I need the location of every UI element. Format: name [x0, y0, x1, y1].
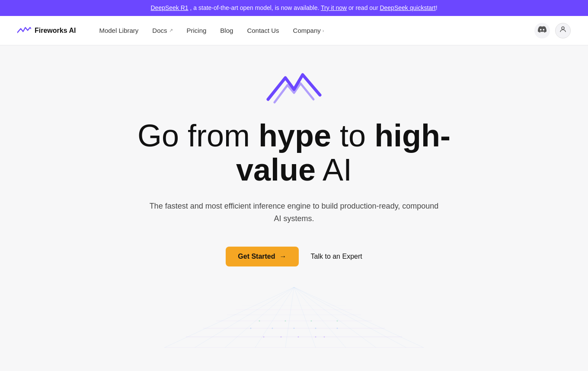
fireworks-logo-icon: [17, 26, 31, 35]
main-header: Fireworks AI Model Library Docs ↗ Pricin…: [0, 16, 588, 45]
external-link-icon: ↗: [169, 28, 173, 33]
nav-model-library-label: Model Library: [99, 27, 138, 34]
svg-point-30: [311, 320, 312, 322]
hero-title-part3: AI: [316, 152, 352, 187]
nav-pricing-label: Pricing: [187, 27, 207, 34]
hero-title-part1: Go from: [137, 118, 259, 153]
svg-line-12: [285, 287, 294, 348]
svg-line-16: [294, 287, 406, 348]
hero-title: Go from hype to high-value AI: [99, 119, 489, 187]
svg-point-20: [298, 336, 299, 338]
header-actions: [534, 23, 571, 38]
announcement-banner: DeepSeek R1 , a state-of-the-art open mo…: [0, 0, 588, 16]
nav-blog-label: Blog: [220, 27, 233, 34]
deepseek-r1-link[interactable]: DeepSeek R1: [150, 4, 188, 11]
talk-to-expert-button[interactable]: Talk to an Expert: [311, 253, 362, 260]
hero-title-bold1: hype: [259, 118, 331, 153]
hero-subtitle: The fastest and most efficient inference…: [147, 200, 441, 225]
nav-blog[interactable]: Blog: [214, 23, 239, 38]
svg-point-28: [259, 320, 260, 322]
logo-link[interactable]: Fireworks AI: [17, 26, 76, 35]
arrow-right-icon: →: [280, 253, 287, 260]
deepseek-quickstart-link[interactable]: DeepSeek quickstart: [380, 4, 435, 11]
svg-point-23: [250, 328, 252, 329]
nav-company-label: Company: [293, 27, 321, 34]
nav-contact-us-label: Contact Us: [247, 27, 279, 34]
svg-point-18: [263, 336, 265, 338]
grid-visualization: [99, 261, 489, 348]
try-now-text[interactable]: Try it now: [321, 4, 347, 11]
svg-line-17: [294, 287, 424, 348]
hero-title-part2: to: [331, 118, 374, 153]
svg-point-25: [294, 328, 295, 329]
nav-pricing[interactable]: Pricing: [181, 23, 213, 38]
svg-line-10: [225, 287, 294, 348]
get-started-label: Get Started: [238, 253, 275, 260]
logo-text: Fireworks AI: [35, 27, 76, 35]
hero-section: Go from hype to high-value AI The fastes…: [0, 45, 588, 348]
user-icon: [559, 25, 567, 35]
svg-point-27: [337, 328, 338, 329]
nav-contact-us[interactable]: Contact Us: [241, 23, 285, 38]
svg-point-29: [285, 320, 286, 322]
banner-text2: or read our: [348, 4, 380, 11]
hero-logo-icon: [264, 71, 324, 106]
svg-line-15: [294, 287, 376, 348]
discord-icon: [538, 25, 546, 36]
user-account-button[interactable]: [555, 23, 571, 38]
svg-point-0: [562, 27, 564, 29]
nav-docs[interactable]: Docs ↗: [146, 23, 179, 38]
svg-point-22: [324, 336, 325, 338]
chevron-down-icon: ›: [323, 28, 324, 33]
svg-point-24: [272, 328, 273, 329]
svg-point-19: [281, 336, 282, 338]
svg-point-26: [315, 328, 316, 329]
banner-exclaim: !: [436, 4, 438, 11]
discord-button[interactable]: [534, 23, 550, 38]
main-nav: Model Library Docs ↗ Pricing Blog Contac…: [93, 23, 534, 38]
talk-expert-label: Talk to an Expert: [311, 253, 362, 260]
svg-line-9: [195, 287, 294, 348]
svg-point-31: [337, 320, 338, 322]
nav-company[interactable]: Company ›: [287, 23, 330, 38]
banner-text: , a state-of-the-art open model, is now …: [190, 4, 320, 11]
svg-line-14: [294, 287, 346, 348]
nav-docs-label: Docs: [152, 27, 167, 34]
svg-line-13: [294, 287, 316, 348]
svg-point-21: [315, 336, 316, 338]
grid-svg: [99, 261, 489, 348]
nav-model-library[interactable]: Model Library: [93, 23, 144, 38]
